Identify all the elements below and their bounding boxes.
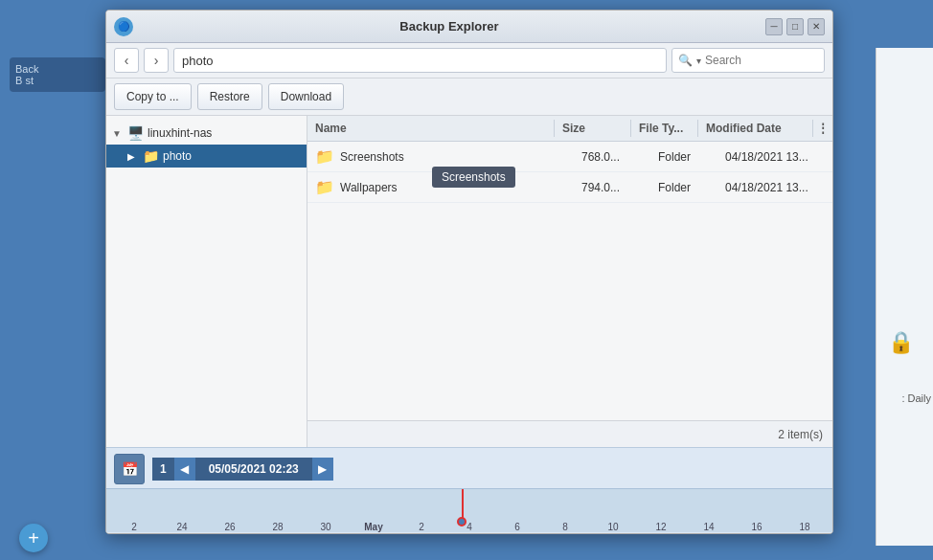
tick-8: 8: [541, 522, 589, 532]
tick-12: 12: [637, 522, 685, 532]
minimize-button[interactable]: ─: [765, 18, 783, 35]
search-box[interactable]: 🔍 ▾: [671, 48, 825, 73]
item-count: 2 item(s): [778, 428, 823, 441]
tick-4: 4: [445, 522, 493, 532]
tick-16: 16: [733, 522, 781, 532]
tick-10: 10: [589, 522, 637, 532]
nas-collapse-icon: ▼: [112, 128, 124, 139]
tick-28: 28: [254, 522, 302, 532]
search-input[interactable]: [705, 54, 810, 67]
restore-button[interactable]: Restore: [197, 83, 262, 110]
tick-24: 24: [158, 522, 206, 532]
copy-to-button[interactable]: Copy to ...: [114, 83, 192, 110]
timeline-section: 📅 1 ◀ 05/05/2021 02:23 ▶ 2 24 26 28 30 M…: [106, 447, 832, 533]
search-dropdown[interactable]: ▾: [696, 56, 701, 66]
maximize-button[interactable]: □: [786, 18, 804, 35]
timeline-next-button[interactable]: ▶: [312, 458, 333, 481]
forward-button[interactable]: ›: [144, 48, 169, 73]
tick-14: 14: [685, 522, 733, 532]
timeline-controls: 📅 1 ◀ 05/05/2021 02:23 ▶: [106, 448, 832, 486]
wallpapers-name: Wallpapers: [340, 181, 398, 194]
nas-label: linuxhint-nas: [148, 126, 212, 140]
folder-icon-wallpapers: 📁: [315, 178, 334, 196]
file-cell-date: 04/18/2021 13...: [717, 150, 832, 164]
timeline-date-display: 05/05/2021 02:23: [195, 458, 312, 481]
photo-expand-icon: ▶: [127, 151, 139, 162]
file-rows: 📁 Screenshots 768.0... Folder 04/18/2021…: [307, 142, 832, 420]
sidebar-item-nas[interactable]: ▼ 🖥️ linuxhint-nas: [106, 122, 307, 145]
col-header-date: Modified Date: [698, 120, 813, 137]
timeline-calendar-button[interactable]: 📅: [114, 454, 145, 484]
col-header-name: Name: [307, 120, 555, 137]
schedule-label: : Daily: [901, 392, 931, 404]
download-button[interactable]: Download: [268, 83, 344, 110]
bg-app-panel: BackB st: [10, 57, 105, 92]
timeline-ruler-labels: 2 24 26 28 30 May 2 4 6 8 10 12 14 16 18: [106, 513, 832, 532]
action-toolbar: Copy to ... Restore Download: [106, 78, 832, 116]
timeline-prev-button[interactable]: ◀: [174, 458, 195, 481]
screenshots-name: Screenshots: [340, 150, 404, 164]
col-header-type: File Ty...: [631, 120, 698, 137]
app-icon: 🔵: [114, 17, 133, 36]
photo-folder-icon: 📁: [143, 148, 159, 164]
file-cell-date-wallpapers: 04/18/2021 13...: [717, 181, 832, 194]
add-button[interactable]: +: [19, 524, 48, 552]
file-cell-type-wallpapers: Folder: [650, 181, 717, 194]
tick-26: 26: [206, 522, 254, 532]
bg-app-title: BackB st: [15, 63, 100, 86]
title-bar: 🔵 Backup Explorer ─ □ ✕: [106, 11, 832, 43]
tick-18: 18: [781, 522, 829, 532]
right-panel: : Daily 🔒: [876, 48, 933, 546]
nas-icon: 🖥️: [127, 125, 144, 141]
tick-30: 30: [302, 522, 350, 532]
close-button[interactable]: ✕: [808, 18, 825, 35]
nav-toolbar: ‹ › 🔍 ▾: [106, 43, 832, 78]
path-input[interactable]: [173, 48, 667, 73]
file-row-screenshots[interactable]: 📁 Screenshots 768.0... Folder 04/18/2021…: [307, 142, 832, 172]
file-cell-size: 768.0...: [574, 150, 650, 164]
folder-icon-screenshots: 📁: [315, 147, 334, 166]
col-header-more: ⋮: [813, 120, 832, 137]
col-header-size: Size: [555, 120, 631, 137]
status-bar: 2 item(s): [307, 420, 832, 447]
dialog-title: Backup Explorer: [133, 19, 765, 34]
lock-icon: 🔒: [888, 330, 914, 355]
sidebar-item-photo[interactable]: ▶ 📁 photo: [106, 145, 307, 168]
file-list-header: Name Size File Ty... Modified Date ⋮: [307, 116, 832, 142]
timeline-track: 2 24 26 28 30 May 2 4 6 8 10 12 14 16 18: [106, 488, 832, 532]
tick-6: 6: [493, 522, 541, 532]
tick-2b: 2: [398, 522, 445, 532]
backup-explorer-dialog: 🔵 Backup Explorer ─ □ ✕ ‹ › 🔍 ▾ Copy to …: [105, 10, 833, 534]
file-row-wallpapers[interactable]: 📁 Wallpapers 794.0... Folder 04/18/2021 …: [307, 172, 832, 203]
back-button[interactable]: ‹: [114, 48, 139, 73]
file-list: Name Size File Ty... Modified Date ⋮ 📁 S…: [307, 116, 832, 447]
screenshots-tooltip: Screenshots: [432, 167, 515, 188]
sidebar-tree: ▼ 🖥️ linuxhint-nas ▶ 📁 photo: [106, 116, 307, 447]
timeline-version-badge: 1: [152, 458, 174, 481]
main-content: ▼ 🖥️ linuxhint-nas ▶ 📁 photo Name Size F…: [106, 116, 832, 447]
tick-2: 2: [110, 522, 158, 532]
file-cell-type: Folder: [650, 150, 717, 164]
file-cell-size-wallpapers: 794.0...: [574, 181, 650, 194]
tick-may: May: [350, 522, 398, 532]
photo-label: photo: [163, 149, 192, 163]
file-cell-name: 📁 Screenshots: [307, 147, 574, 166]
search-icon: 🔍: [678, 54, 693, 67]
